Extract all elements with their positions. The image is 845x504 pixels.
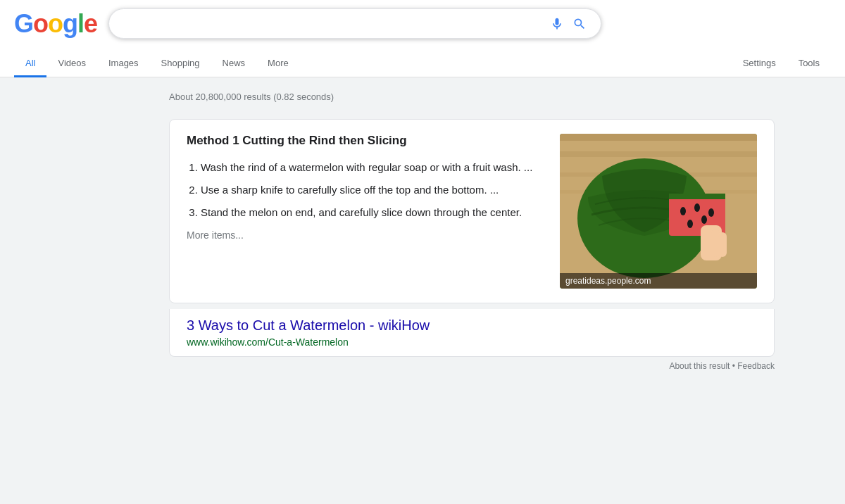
results-count: About 20,800,000 results (0.82 seconds): [169, 92, 831, 102]
step-3: Stand the melon on end, and carefully sl…: [201, 204, 546, 221]
tab-more[interactable]: More: [256, 51, 300, 77]
feedback-link[interactable]: About this result • Feedback: [669, 361, 775, 371]
search-icon: [572, 17, 587, 31]
snippet-image: greatideas.people.com: [560, 134, 757, 289]
image-caption: greatideas.people.com: [560, 273, 757, 289]
snippet-image-wrapper: greatideas.people.com: [560, 134, 757, 289]
nav-left-tabs: All Videos Images Shopping News More: [14, 50, 732, 77]
svg-rect-15: [718, 232, 727, 257]
feedback-line: About this result • Feedback: [169, 361, 775, 371]
microphone-button[interactable]: [550, 17, 564, 31]
logo-letter-g: G: [14, 9, 33, 39]
search-input[interactable]: how to cut watermelon: [123, 16, 542, 31]
tab-videos[interactable]: Videos: [46, 51, 97, 77]
main-content: About 20,800,000 results (0.82 seconds) …: [0, 77, 845, 486]
svg-point-12: [701, 215, 707, 224]
logo-letter-o2: o: [48, 9, 63, 39]
svg-point-11: [687, 220, 693, 228]
logo-letter-l: l: [77, 9, 84, 39]
result-title-link[interactable]: 3 Ways to Cut a Watermelon - wikiHow: [187, 317, 757, 334]
logo-letter-o1: o: [33, 9, 48, 39]
search-button[interactable]: [572, 17, 587, 31]
svg-point-9: [694, 203, 700, 212]
result-url: www.wikihow.com/Cut-a-Watermelon: [187, 336, 757, 348]
microphone-icon: [550, 17, 564, 31]
watermelon-illustration: [560, 134, 757, 289]
more-items-link[interactable]: More items...: [187, 229, 546, 241]
step-1: Wash the rind of a watermelon with regul…: [201, 159, 546, 176]
logo-letter-e: e: [84, 9, 97, 39]
svg-rect-1: [560, 134, 757, 141]
tab-settings[interactable]: Settings: [732, 51, 787, 77]
tab-images[interactable]: Images: [97, 51, 150, 77]
featured-snippet-card: Method 1 Cutting the Rind then Slicing W…: [169, 119, 775, 303]
step-2: Use a sharp knife to carefully slice off…: [201, 182, 546, 199]
search-bar: how to cut watermelon: [108, 8, 601, 39]
tab-all[interactable]: All: [14, 51, 46, 77]
tab-news[interactable]: News: [211, 51, 257, 77]
nav-tabs: All Videos Images Shopping News More Set…: [14, 47, 831, 77]
result-link-wrapper: 3 Ways to Cut a Watermelon - wikiHow www…: [169, 309, 775, 357]
svg-rect-7: [669, 194, 725, 199]
tab-shopping[interactable]: Shopping: [150, 51, 211, 77]
nav-right-tabs: Settings Tools: [732, 50, 831, 77]
svg-point-10: [708, 208, 714, 217]
logo-letter-g2: g: [63, 9, 77, 39]
svg-rect-2: [560, 151, 757, 157]
header-top: Google how to cut watermelon: [14, 8, 831, 47]
snippet-title: Method 1 Cutting the Rind then Slicing: [187, 134, 546, 148]
card-content: Method 1 Cutting the Rind then Slicing W…: [187, 134, 546, 289]
snippet-steps: Wash the rind of a watermelon with regul…: [187, 159, 546, 221]
google-logo[interactable]: Google: [14, 9, 97, 39]
tab-tools[interactable]: Tools: [787, 51, 831, 77]
svg-point-8: [680, 207, 686, 215]
header: Google how to cut watermelon All Videos …: [0, 0, 845, 77]
